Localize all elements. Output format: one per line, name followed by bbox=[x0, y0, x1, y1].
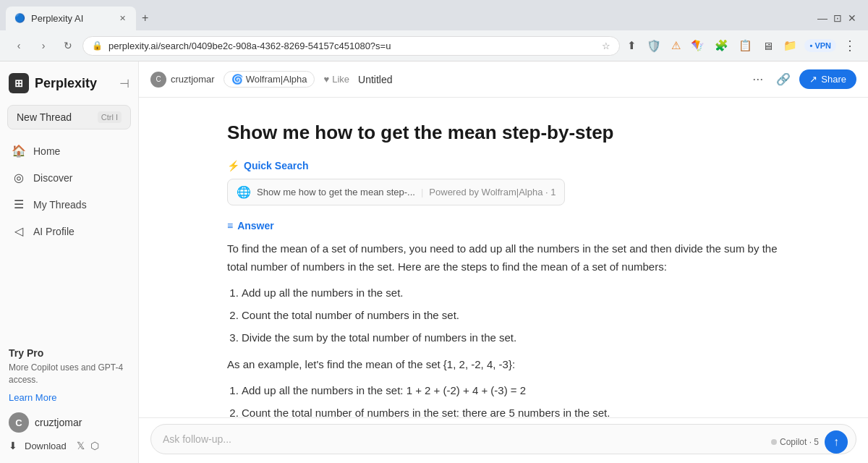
discover-icon: ◎ bbox=[12, 171, 26, 184]
app-container: ⊞ Perplexity ⊣ New Thread Ctrl I 🏠 Home … bbox=[0, 61, 868, 463]
source-text: Show me how to get the mean step-... bbox=[257, 187, 415, 197]
wolfram-label: Wolfram|Alpha bbox=[246, 74, 307, 85]
like-label: Like bbox=[332, 74, 349, 85]
main-content: C cruztjomar 🌀 Wolfram|Alpha ♥ Like Unti… bbox=[139, 61, 868, 463]
answer-icon: ≡ bbox=[227, 220, 233, 232]
topbar-spacer: Untitled bbox=[358, 73, 739, 86]
ai-profile-icon: ◁ bbox=[12, 224, 26, 238]
sidebar-item-home[interactable]: 🏠 Home bbox=[4, 138, 134, 163]
topbar-username: cruztjomar bbox=[171, 74, 215, 85]
sidebar-bottom: Try Pro More Copilot uses and GPT-4 acce… bbox=[0, 341, 138, 457]
sidebar-item-home-label: Home bbox=[33, 145, 60, 157]
wolfram-pill[interactable]: 🌀 Wolfram|Alpha bbox=[224, 71, 315, 88]
avatar-initials: C bbox=[15, 417, 22, 428]
new-thread-label: New Thread bbox=[17, 111, 72, 123]
ext2-icon[interactable]: 🧩 bbox=[712, 36, 731, 55]
vpn-badge: • VPN bbox=[804, 39, 836, 52]
social-icons: 𝕏 ⬡ bbox=[77, 440, 99, 451]
heart-icon: ♥ bbox=[323, 74, 329, 85]
address-bar[interactable]: 🔒 perplexity.ai/search/0409be2c-908a-436… bbox=[82, 36, 620, 56]
user-pill: C cruztjomar bbox=[150, 72, 215, 88]
download-row[interactable]: ⬇ Download 𝕏 ⬡ bbox=[9, 440, 129, 451]
copilot-label: Copilot · 5 bbox=[780, 437, 819, 447]
learn-more-link[interactable]: Learn More bbox=[9, 392, 56, 403]
warning-icon[interactable]: ⚠ bbox=[668, 36, 684, 55]
quick-search-header: ⚡ Quick Search bbox=[227, 160, 780, 171]
share-label: Share bbox=[821, 74, 846, 85]
browser-chrome: 🔵 Perplexity AI ✕ + — ⊡ ✕ ‹ › ↻ 🔒 perple… bbox=[0, 0, 868, 61]
step-1: Add up all the numbers in the set. bbox=[242, 284, 780, 302]
follow-up-actions: Copilot · 5 ↑ bbox=[771, 430, 848, 454]
bookmark-icon[interactable]: ☆ bbox=[602, 41, 610, 51]
browser-tab-active[interactable]: 🔵 Perplexity AI ✕ bbox=[6, 7, 136, 30]
ext1-icon[interactable]: 🪁 bbox=[688, 36, 707, 55]
more-button[interactable]: ··· bbox=[748, 69, 767, 90]
discord-icon[interactable]: ⬡ bbox=[90, 440, 99, 451]
source-card[interactable]: 🌐 Show me how to get the mean step-... |… bbox=[227, 179, 565, 205]
maximize-button[interactable]: ⊡ bbox=[833, 12, 842, 24]
step-3: Divide the sum by the total number of nu… bbox=[242, 329, 780, 347]
browser-controls: ‹ › ↻ 🔒 perplexity.ai/search/0409be2c-90… bbox=[0, 30, 868, 61]
sidebar-item-ai-profile[interactable]: ◁ AI Profile bbox=[4, 218, 134, 244]
sidebar-header: ⊞ Perplexity ⊣ bbox=[0, 67, 138, 102]
home-icon: 🏠 bbox=[12, 144, 26, 158]
wolfram-source-icon: 🌐 bbox=[237, 185, 251, 199]
sidebar: ⊞ Perplexity ⊣ New Thread Ctrl I 🏠 Home … bbox=[0, 61, 139, 463]
sidebar-collapse-button[interactable]: ⊣ bbox=[119, 77, 129, 90]
source-powered-text: Powered by Wolfram|Alpha bbox=[429, 187, 542, 197]
app-logo: ⊞ Perplexity bbox=[9, 73, 97, 93]
follow-up-bar: Copilot · 5 ↑ bbox=[139, 417, 868, 463]
share-button[interactable]: ↗ Share bbox=[799, 69, 856, 89]
thread-title: Untitled bbox=[358, 74, 392, 85]
new-thread-shortcut: Ctrl I bbox=[98, 111, 122, 123]
top-bar: C cruztjomar 🌀 Wolfram|Alpha ♥ Like Unti… bbox=[139, 61, 868, 98]
sidebar-nav: 🏠 Home ◎ Discover ☰ My Threads ◁ AI Prof… bbox=[0, 138, 138, 341]
answer-header: ≡ Answer bbox=[227, 220, 780, 232]
like-button[interactable]: ♥ Like bbox=[323, 74, 349, 85]
sidebar-item-ai-profile-label: AI Profile bbox=[33, 226, 75, 237]
forward-button[interactable]: › bbox=[33, 35, 54, 56]
username: cruztjomar bbox=[35, 417, 82, 428]
example-steps-list: Add up all the numbers in the set: 1 + 2… bbox=[227, 382, 780, 417]
example-intro: As an example, let's find the mean of th… bbox=[227, 356, 780, 374]
back-button[interactable]: ‹ bbox=[9, 35, 29, 56]
minimize-button[interactable]: — bbox=[817, 12, 827, 24]
close-window-button[interactable]: ✕ bbox=[848, 12, 856, 24]
try-pro-section: Try Pro More Copilot uses and GPT-4 acce… bbox=[9, 347, 129, 404]
topbar-avatar: C bbox=[150, 72, 166, 88]
ext3-icon[interactable]: 📋 bbox=[736, 36, 755, 55]
sidebar-item-discover-label: Discover bbox=[33, 172, 72, 184]
tab-close-button[interactable]: ✕ bbox=[118, 12, 127, 25]
avatar: C bbox=[9, 412, 29, 433]
copilot-badge: Copilot · 5 bbox=[771, 437, 819, 447]
follow-up-input[interactable] bbox=[150, 424, 856, 454]
sidebar-item-my-threads[interactable]: ☰ My Threads bbox=[4, 192, 134, 217]
ext4-icon[interactable]: 🖥 bbox=[760, 37, 776, 55]
source-count: · 1 bbox=[545, 187, 556, 197]
new-tab-button[interactable]: + bbox=[136, 6, 154, 30]
answer-intro: To find the mean of a set of numbers, yo… bbox=[227, 240, 780, 276]
share-icon[interactable]: ⬆ bbox=[624, 36, 639, 55]
copilot-dot bbox=[771, 439, 777, 445]
twitter-icon[interactable]: 𝕏 bbox=[77, 440, 85, 451]
shield-icon[interactable]: 🛡️ bbox=[644, 36, 664, 56]
answer-body: To find the mean of a set of numbers, yo… bbox=[227, 240, 780, 417]
link-button[interactable]: 🔗 bbox=[773, 69, 793, 89]
send-button[interactable]: ↑ bbox=[825, 430, 848, 454]
steps-list: Add up all the numbers in the set. Count… bbox=[227, 284, 780, 347]
try-pro-desc: More Copilot uses and GPT-4 access. bbox=[9, 362, 129, 386]
lightning-icon: ⚡ bbox=[227, 160, 239, 171]
send-icon: ↑ bbox=[833, 436, 839, 449]
example-step-1: Add up all the numbers in the set: 1 + 2… bbox=[242, 382, 780, 400]
example-step-2: Count the total number of numbers in the… bbox=[242, 404, 780, 417]
user-row: C cruztjomar bbox=[9, 412, 129, 433]
threads-icon: ☰ bbox=[12, 197, 26, 211]
ext5-icon[interactable]: 📁 bbox=[780, 36, 800, 55]
menu-icon[interactable]: ⋮ bbox=[841, 35, 859, 56]
reload-button[interactable]: ↻ bbox=[58, 35, 78, 56]
new-thread-button[interactable]: New Thread Ctrl I bbox=[7, 105, 131, 129]
topbar-actions: ··· 🔗 ↗ Share bbox=[748, 69, 856, 90]
answer-label: Answer bbox=[237, 220, 274, 232]
source-powered: Powered by Wolfram|Alpha · 1 bbox=[429, 187, 556, 197]
sidebar-item-discover[interactable]: ◎ Discover bbox=[4, 165, 134, 190]
